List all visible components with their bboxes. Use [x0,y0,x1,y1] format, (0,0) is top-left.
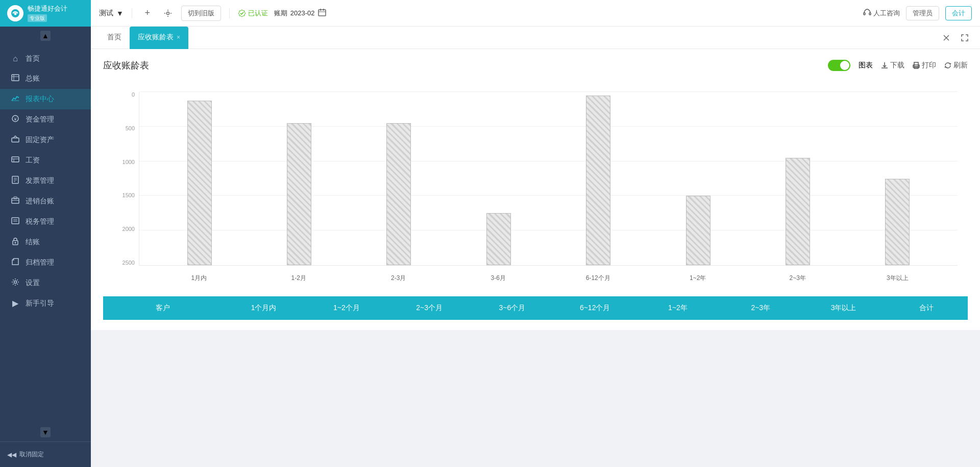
sidebar-item-home[interactable]: ⌂ 首页 [0,49,91,68]
settings-icon [10,278,20,288]
bar-group-1-2m [249,92,349,265]
sidebar-item-label: 设置 [26,278,40,288]
sidebar-item-assets[interactable]: 固定资产 [0,130,91,150]
th-1-2y: 1~2年 [636,296,719,320]
sidebar: 畅捷通好会计 专业版 ▲ ⌂ 首页 总账 [0,0,91,467]
funds-icon: ¥ [10,114,20,125]
sidebar-item-label: 报表中心 [26,95,54,104]
th-total: 合计 [885,296,968,320]
x-label-1-2y: 1~2年 [648,270,748,283]
scroll-down-btn[interactable]: ▼ [40,427,51,437]
cert-status: 已认证 [238,9,268,18]
chart-toggle-label: 图表 [859,61,873,70]
sidebar-item-settings[interactable]: 设置 [0,273,91,293]
chart-toggle[interactable] [828,60,850,71]
tabs-right-actions [939,31,972,45]
bar-group-1-2y [648,92,748,265]
archive-icon [10,258,20,268]
invoice-icon [10,176,20,186]
company-dropdown-icon: ▼ [116,9,124,17]
bar-1-2y [686,196,710,265]
sidebar-item-funds[interactable]: ¥ 资金管理 [0,109,91,130]
sidebar-item-label: 资金管理 [26,115,54,124]
tax-icon [10,217,20,227]
sidebar-item-label: 新手引导 [26,299,54,308]
role-btn[interactable]: 会计 [945,6,972,20]
svg-rect-28 [318,10,326,16]
svg-rect-2 [12,75,19,81]
tab-close-icon[interactable]: × [177,34,180,41]
scroll-up-btn[interactable]: ▲ [40,31,51,41]
service-label: 人工咨询 [873,9,900,18]
tabs-bar: 首页 应收账龄表 × [91,27,980,49]
company-name: 测试 [99,9,113,18]
add-company-btn[interactable]: + [140,6,155,20]
x-label-3y-plus: 3年以上 [848,270,948,283]
svg-rect-33 [869,13,871,15]
cancel-fixed-btn[interactable]: ◀◀ 取消固定 [7,447,84,462]
th-2-3y: 2~3年 [719,296,802,320]
content-panel: 应收账龄表 图表 下载 [91,49,980,330]
tab-close-btn[interactable] [939,31,953,45]
download-label: 下载 [890,61,904,70]
sidebar-item-label: 归档管理 [26,258,54,267]
payroll-icon [10,155,20,166]
bar-group-2-3y [748,92,847,265]
print-btn[interactable]: 打印 [913,61,936,70]
sidebar-item-tax[interactable]: 税务管理 [0,212,91,232]
x-label-1m: 1月内 [149,270,249,283]
bar-3y-plus [885,179,910,266]
calendar-icon[interactable] [318,8,326,18]
bar-group-3-6m [449,92,548,265]
refresh-btn[interactable]: 刷新 [944,61,968,70]
sidebar-nav: ⌂ 首页 总账 报表中心 [0,45,91,423]
y-label-3: 1500 [122,193,135,198]
bar-3-6m [486,213,511,265]
app-name-text: 畅捷通好会计 专业版 [28,5,67,22]
svg-point-1 [14,13,17,15]
tab-fullscreen-btn[interactable] [958,31,972,45]
bar-1-2m [287,123,311,265]
sidebar-item-invoice[interactable]: 发票管理 [0,171,91,191]
bar-group-6-12m [549,92,648,265]
sidebar-item-inventory[interactable]: 进销台账 [0,191,91,212]
sidebar-item-payroll[interactable]: 工资 [0,150,91,171]
svg-point-26 [14,281,17,284]
print-label: 打印 [922,61,936,70]
settings-gear-btn[interactable] [161,6,175,20]
y-label-1: 500 [126,126,135,131]
sidebar-item-archive[interactable]: 归档管理 [0,252,91,273]
page-content: 应收账龄表 图表 下载 [91,49,980,467]
table-header: 客户 1个月内 1~2个月 2~3个月 3~6个月 6~12个月 1~2年 2~… [103,296,968,320]
manager-btn[interactable]: 管理员 [906,6,939,20]
sidebar-item-label: 税务管理 [26,217,54,226]
switch-old-btn[interactable]: 切到旧版 [181,6,221,21]
sidebar-item-reports[interactable]: 报表中心 [0,89,91,109]
company-selector[interactable]: 测试 ▼ [99,9,124,18]
y-label-2: 1000 [122,159,135,165]
tab-home[interactable]: 首页 [99,27,130,49]
inventory-icon [10,196,20,206]
y-label-0: 0 [132,92,135,98]
bar-group-3y-plus [848,92,947,265]
x-label-6-12m: 6-12个月 [548,270,648,283]
tab-receivable-aging[interactable]: 应收账龄表 × [130,27,188,49]
page-title: 应收账龄表 [103,59,149,72]
sidebar-item-ledger[interactable]: 总账 [0,68,91,89]
bars-container [139,92,958,265]
y-axis: 2500 2000 1500 1000 500 0 [113,92,139,266]
th-3y-plus: 3年以上 [802,296,885,320]
cert-label: 已认证 [248,9,268,18]
th-2-3m: 2~3个月 [388,296,471,320]
th-1m: 1个月内 [222,296,305,320]
reports-icon [10,94,20,104]
chart-area: 2500 2000 1500 1000 500 0 [113,92,958,286]
y-label-5: 2500 [122,260,135,266]
sidebar-item-label: 工资 [26,156,40,165]
svg-rect-9 [12,157,19,162]
topbar-divider-1 [132,8,132,18]
service-btn[interactable]: 人工咨询 [863,8,900,18]
sidebar-item-guide[interactable]: ▶ 新手引导 [0,293,91,313]
download-btn[interactable]: 下载 [881,61,904,70]
sidebar-item-closing[interactable]: 结账 [0,232,91,252]
